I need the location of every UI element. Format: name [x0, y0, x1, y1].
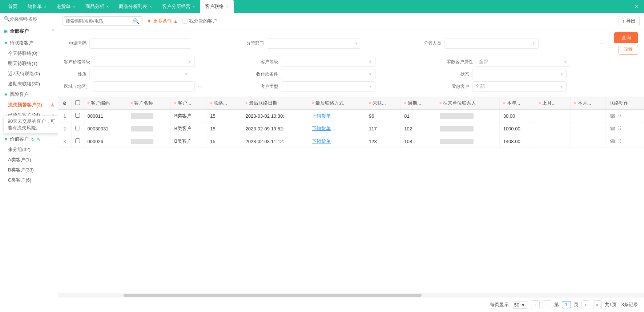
region-select[interactable]	[93, 81, 195, 92]
row-last-method-0[interactable]: 下销货单	[308, 110, 365, 122]
select-all-checkbox[interactable]	[75, 100, 80, 105]
scroll-thumb[interactable]	[124, 294, 422, 297]
sidebar-item-churn-warning[interactable]: 流失预警客户(3) ⚠	[0, 100, 58, 110]
sidebar-item-overdue[interactable]: 逾期未联络(30)	[0, 79, 58, 89]
filter-more-dots-1[interactable]: ···	[596, 40, 607, 47]
row-checkbox-1[interactable]	[75, 126, 80, 130]
row-checkbox-2[interactable]	[75, 138, 80, 143]
row-overdue-0: 81	[401, 110, 436, 122]
row-num-0: 1	[58, 110, 71, 122]
more-action-icon-2[interactable]: ⠿	[618, 138, 621, 144]
tab-product-analysis-list[interactable]: 商品分析列表 ×	[114, 0, 157, 13]
next-page-btn[interactable]: ›	[581, 300, 590, 309]
data-table: ⚙ ≡客户编码 ≡客户名称 ≡客户... ≡联络... ≡最后联络日期 ≡最后联…	[58, 97, 644, 148]
price-level-select[interactable]: ▼	[93, 57, 195, 67]
main-search-input[interactable]	[66, 19, 133, 24]
phone-input[interactable]	[89, 39, 191, 49]
row-checkbox-0[interactable]	[75, 113, 80, 118]
sidebar-item-ungrouped[interactable]: 未分组(32)	[0, 145, 58, 155]
prev-page-btn[interactable]: ‹	[543, 300, 551, 309]
arrow-down-icon-2: ▼	[4, 92, 8, 97]
col-last-contact-date[interactable]: ≡最后联络日期	[242, 97, 308, 110]
col-overdue[interactable]: ≡逾期...	[401, 97, 436, 110]
sidebar-pending-contact-header[interactable]: ▼ 待联络客户	[0, 37, 58, 48]
main-search-icon[interactable]: 🔍	[133, 18, 139, 24]
sidebar-item-7days[interactable]: 近7天待联络(0)	[0, 69, 58, 79]
row-check-2[interactable]	[71, 135, 84, 148]
col-this-year[interactable]: ≡本年...	[499, 97, 535, 110]
row-name-1	[127, 122, 170, 135]
retail-select[interactable]: 全部 ▼	[472, 81, 567, 92]
export-btn[interactable]: ↑ 导出	[619, 16, 640, 26]
tab-customer-segment[interactable]: 客户分层经营 ×	[157, 0, 200, 13]
close-customer-contact-tab[interactable]: ×	[226, 4, 228, 9]
col-last-contact-method[interactable]: ≡最后联络方式	[308, 97, 365, 110]
payment-select[interactable]: ▼	[281, 69, 375, 79]
pagination: 每页显示 50 ▼ « ‹ 第 1 页 › » 共1页，3条记录	[58, 297, 644, 312]
sidebar-item-tomorrow[interactable]: 明天待联络(1)	[0, 58, 58, 69]
sidebar-item-b-class[interactable]: B类客户(33)	[0, 165, 58, 175]
edit-icon[interactable]: ✎	[36, 137, 40, 142]
tab-customer-contact[interactable]: 客户联络 ×	[200, 0, 233, 13]
close-purchase-tab[interactable]: ×	[73, 4, 75, 9]
status-select[interactable]: ▼	[472, 69, 567, 79]
close-sales-tab[interactable]: ×	[44, 4, 46, 9]
close-customer-segment-tab[interactable]: ×	[193, 4, 195, 9]
contact-icon-0[interactable]: ☎	[609, 113, 616, 119]
window-close-btn[interactable]: ×	[632, 3, 641, 10]
col-last-month[interactable]: ≡上月...	[535, 97, 570, 110]
manager-select[interactable]: ▼	[444, 39, 539, 49]
col-contact[interactable]: ≡联络...	[206, 97, 242, 110]
customer-type-select[interactable]: ▼	[281, 81, 375, 92]
row-check-1[interactable]	[71, 122, 84, 135]
tab-product-analysis[interactable]: 商品分析 ×	[80, 0, 114, 13]
filter-row-3: 性质 ▼ 收付款条件 ▼ 状态	[64, 69, 638, 79]
query-settings-wrap: 查询 设置	[611, 32, 638, 54]
contact-icon-2[interactable]: ☎	[609, 138, 616, 144]
filter-retail: 零散客户 全部 ▼	[447, 81, 638, 92]
sidebar-item-a-class[interactable]: A类客户(1)	[0, 155, 58, 165]
last-page-btn[interactable]: »	[593, 300, 602, 309]
row-last-method-1[interactable]: 下销货单	[308, 122, 365, 135]
filter-row-2: 客户价格等级 ▼ 客户等级 ▼ 零散客户属性 全部	[64, 57, 638, 67]
col-type[interactable]: ≡客户...	[170, 97, 206, 110]
sidebar-risk-header[interactable]: ▼ 风险客户	[0, 89, 58, 100]
sidebar-value-header[interactable]: ▼ 价值客户 ↻ ✎	[0, 134, 58, 145]
tab-sales[interactable]: 销售单 ×	[23, 0, 51, 13]
col-gear[interactable]: ⚙	[58, 97, 71, 110]
col-name[interactable]: ≡客户名称	[127, 97, 170, 110]
sidebar-item-today[interactable]: 今天待联络(0)	[0, 48, 58, 58]
dept-select[interactable]: ▼	[267, 39, 361, 49]
col-unit-contact[interactable]: ≡往来单位联系人	[436, 97, 499, 110]
horizontal-scrollbar[interactable]	[58, 293, 644, 297]
col-check[interactable]	[71, 97, 84, 110]
col-this-month[interactable]: ≡本月...	[570, 97, 605, 110]
sidebar-search-input[interactable]	[10, 16, 58, 21]
tab-purchase[interactable]: 进货单 ×	[51, 0, 80, 13]
my-customers-checkbox[interactable]: 我分管的客户	[182, 18, 217, 24]
row-last-method-2[interactable]: 下销货单	[308, 135, 365, 148]
sidebar-item-c-class[interactable]: C类客户(6)	[0, 175, 58, 185]
close-product-analysis-tab[interactable]: ×	[106, 4, 109, 9]
close-product-analysis-list-tab[interactable]: ×	[149, 4, 152, 9]
nature-select[interactable]: ▼	[89, 69, 191, 79]
sidebar-collapse-btn[interactable]: «	[52, 27, 55, 33]
attribute-select[interactable]: 全部 ▼	[476, 57, 570, 67]
row-check-0[interactable]	[71, 110, 84, 122]
more-action-icon-1[interactable]: ⠿	[618, 126, 621, 131]
page-size-select[interactable]: 50 ▼	[512, 301, 528, 309]
filter-region-dots[interactable]: ···	[195, 83, 205, 90]
tab-home[interactable]: 首页	[3, 0, 23, 13]
col-code[interactable]: ≡客户编码	[84, 97, 127, 110]
all-customers-header[interactable]: ⊞ 全部客户	[0, 25, 58, 37]
customer-level-select[interactable]: ▼	[281, 57, 375, 67]
more-conditions-btn[interactable]: ▼ 更多条件 ▲	[147, 18, 178, 24]
refresh-icon[interactable]: ↻	[31, 137, 35, 142]
first-page-btn[interactable]: «	[531, 300, 540, 309]
contact-icon-1[interactable]: ☎	[609, 126, 616, 131]
query-btn[interactable]: 查询	[614, 32, 638, 43]
more-action-icon-0[interactable]: ⠿	[618, 113, 621, 119]
row-code-1: 00030031	[84, 122, 127, 135]
settings-btn[interactable]: 设置	[619, 45, 638, 54]
col-no-contact[interactable]: ≡未联...	[365, 97, 400, 110]
